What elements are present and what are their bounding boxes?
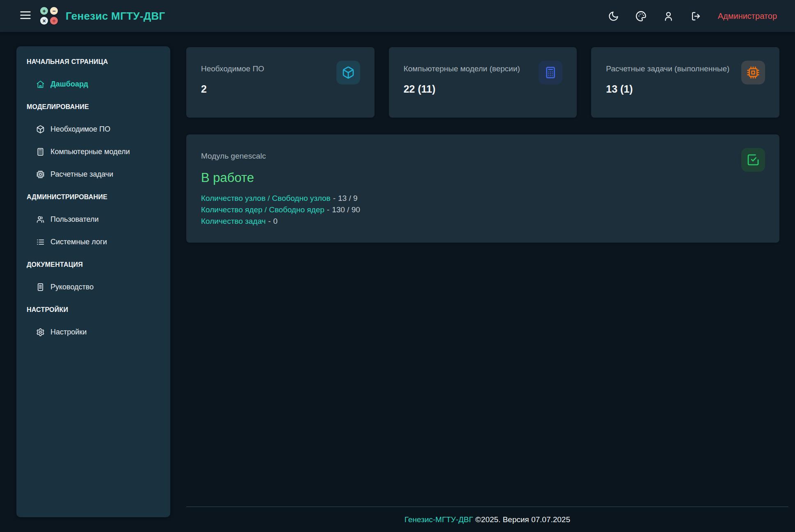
module-status-card: Модуль genescalc В работе Количество узл…: [186, 134, 779, 243]
stat-card-value: 22 (11): [404, 83, 562, 95]
module-stat-separator: -: [333, 194, 336, 202]
footer-copyright: ©2025. Версия 07.07.2025: [475, 515, 570, 524]
palette-button[interactable]: [635, 11, 647, 22]
logo-plus-circle: +: [39, 6, 49, 16]
stat-card-computer-models[interactable]: Компьютерные модели (версии)22 (11): [389, 47, 577, 118]
sidebar-item-label: Пользователи: [50, 215, 98, 224]
sidebar: НАЧАЛЬНАЯ СТРАНИЦАДашбоардМОДЕЛИРОВАНИЕН…: [16, 46, 170, 517]
logo-divide-circle: ÷: [49, 16, 59, 25]
sidebar-item-users[interactable]: Пользователи: [16, 208, 170, 231]
sidebar-item-computer-models[interactable]: Компьютерные модели: [16, 141, 170, 163]
logo-minus-circle: −: [49, 6, 59, 16]
sidebar-item-label: Настройки: [50, 328, 87, 336]
users-icon: [36, 215, 45, 224]
user-icon: [663, 11, 674, 22]
stat-card-required-software[interactable]: Необходимое ПО2: [186, 47, 375, 118]
hamburger-menu-button[interactable]: [19, 9, 32, 23]
module-stat-value: 130 / 90: [332, 205, 360, 214]
stat-card-value: 2: [201, 83, 360, 95]
app-title: Генезис МГТУ-ДВГ: [66, 10, 165, 23]
palette-icon: [635, 11, 647, 22]
module-card-icon-box: [741, 148, 765, 172]
check-square-icon: [747, 153, 760, 166]
hamburger-icon: [19, 9, 32, 22]
module-stat-line: Количество узлов / Свободно узлов-13 / 9: [201, 193, 765, 204]
stat-card-label: Расчетные задачи (выполненные): [606, 64, 765, 73]
logout-button[interactable]: [690, 11, 701, 22]
sidebar-item-required-software[interactable]: Необходимое ПО: [16, 118, 170, 141]
gear-icon: [36, 328, 45, 336]
stat-card-label: Необходимое ПО: [201, 64, 360, 73]
sidebar-nav: НАЧАЛЬНАЯ СТРАНИЦАДашбоардМОДЕЛИРОВАНИЕН…: [16, 50, 170, 343]
sidebar-item-system-logs[interactable]: Системные логи: [16, 231, 170, 253]
list-icon: [36, 238, 45, 246]
stat-cards-row: Необходимое ПО2Компьютерные модели (верс…: [186, 47, 779, 118]
sidebar-item-calculation-tasks[interactable]: Расчетные задачи: [16, 163, 170, 186]
module-stat-label: Количество задач: [201, 217, 266, 225]
logo-times-circle: ×: [39, 16, 49, 25]
stat-card-calculation-tasks[interactable]: Расчетные задачи (выполненные)13 (1): [591, 47, 779, 118]
module-stat-value: 13 / 9: [338, 194, 358, 202]
module-stat-line: Количество ядер / Свободно ядер-130 / 90: [201, 204, 765, 216]
sidebar-section-label: НАСТРОЙКИ: [16, 298, 170, 321]
stat-card-icon-box: [539, 61, 562, 84]
app-logo: + − × ÷: [39, 6, 59, 26]
calculator-icon: [36, 148, 45, 156]
book-icon: [36, 283, 45, 291]
module-stat-label: Количество ядер / Свободно ядер: [201, 205, 324, 214]
sidebar-item-label: Дашбоард: [50, 80, 88, 89]
home-icon: [36, 80, 45, 89]
sidebar-item-label: Необходимое ПО: [50, 125, 110, 134]
stat-card-icon-box: [336, 61, 360, 84]
logout-icon: [690, 11, 701, 22]
sidebar-item-dashboard[interactable]: Дашбоард: [16, 73, 170, 95]
footer: Генезис-МГТУ-ДВГ ©2025. Версия 07.07.202…: [186, 507, 788, 524]
sidebar-section-label: АДМИНИСТРИРОВАНИЕ: [16, 186, 170, 208]
sidebar-section-label: НАЧАЛЬНАЯ СТРАНИЦА: [16, 50, 170, 73]
cpu-icon: [747, 66, 760, 79]
footer-brand-link[interactable]: Генезис-МГТУ-ДВГ: [404, 515, 473, 524]
stat-card-label: Компьютерные модели (версии): [404, 64, 562, 73]
cube-icon: [342, 66, 355, 79]
sidebar-section-label: ДОКУМЕНТАЦИЯ: [16, 253, 170, 276]
cpu-icon: [36, 170, 45, 179]
user-role-label: Администратор: [718, 11, 777, 21]
sidebar-item-label: Компьютерные модели: [50, 148, 130, 156]
moon-icon: [608, 11, 619, 22]
topbar: + − × ÷ Генезис МГТУ-ДВГ Администратор: [0, 0, 795, 32]
calculator-icon: [544, 66, 557, 79]
module-stat-separator: -: [327, 205, 329, 214]
stat-card-icon-box: [741, 61, 765, 84]
sidebar-item-label: Системные логи: [50, 238, 107, 246]
sidebar-item-manual[interactable]: Руководство: [16, 276, 170, 298]
module-stats: Количество узлов / Свободно узлов-13 / 9…: [201, 193, 765, 227]
sidebar-section-label: МОДЕЛИРОВАНИЕ: [16, 95, 170, 118]
theme-toggle-button[interactable]: [608, 11, 619, 22]
module-card-label: Модуль genescalc: [201, 152, 765, 161]
module-stat-value: 0: [273, 217, 278, 225]
module-stat-line: Количество задач-0: [201, 216, 765, 227]
module-stat-separator: -: [268, 217, 271, 225]
cube-icon: [36, 125, 45, 134]
module-status-text: В работе: [201, 171, 765, 185]
module-stat-label: Количество узлов / Свободно узлов: [201, 194, 331, 202]
sidebar-item-label: Руководство: [50, 283, 94, 291]
sidebar-item-settings[interactable]: Настройки: [16, 321, 170, 343]
sidebar-item-label: Расчетные задачи: [50, 170, 113, 179]
stat-card-value: 13 (1): [606, 83, 765, 95]
topbar-actions: Администратор: [608, 11, 777, 22]
account-button[interactable]: [663, 11, 674, 22]
